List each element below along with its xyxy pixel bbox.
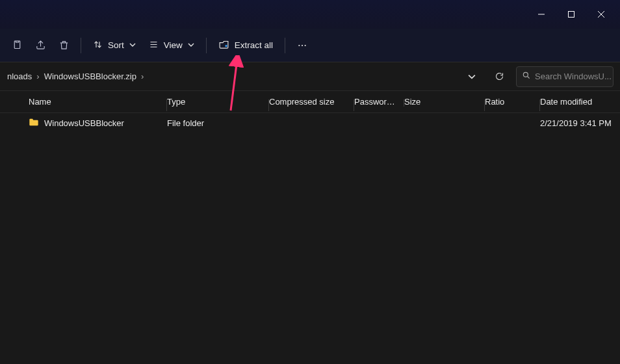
svg-point-3 [298,44,300,46]
toolbar: Sort View Extract all [0,29,620,62]
close-button[interactable] [586,4,616,25]
view-button[interactable]: View [142,34,201,57]
column-header-password[interactable]: Password ... [354,97,404,107]
breadcrumb-segment[interactable]: WindowsUSBBlocker.zip [42,72,138,81]
address-bar: nloads › WindowsUSBBlocker.zip › [0,62,620,91]
column-header-ratio[interactable]: Ratio [485,97,540,107]
column-headers: Name Type Compressed size Password ... S… [0,91,620,113]
toolbar-separator [206,38,207,53]
minimize-button[interactable] [526,4,556,25]
extract-all-button[interactable]: Extract all [212,34,279,57]
search-box[interactable] [516,66,614,87]
toolbar-separator [285,38,285,53]
extract-all-label: Extract all [235,40,273,50]
sort-button[interactable]: Sort [86,34,142,57]
extract-icon [218,39,229,52]
column-header-date-modified[interactable]: Date modified [540,97,620,107]
column-header-compressed-size[interactable]: Compressed size [269,97,354,107]
search-icon [522,71,531,82]
column-header-size[interactable]: Size [404,97,485,107]
svg-point-2 [225,45,227,47]
column-header-type[interactable]: Type [167,97,269,107]
file-type: File folder [167,118,269,128]
search-input[interactable] [535,72,620,81]
toolbar-separator [81,38,81,53]
chevron-right-icon: › [138,72,146,81]
file-date-modified: 2/21/2019 3:41 PM [540,118,620,128]
cut-icon[interactable] [5,34,29,57]
svg-point-5 [305,44,306,46]
recent-locations-button[interactable] [461,66,482,87]
chevron-down-icon [129,40,136,50]
svg-point-6 [523,72,528,77]
maximize-button[interactable] [556,4,586,25]
breadcrumb[interactable]: nloads › WindowsUSBBlocker.zip › [0,66,455,87]
svg-point-4 [302,44,303,46]
sort-icon [93,40,103,51]
refresh-button[interactable] [489,66,510,87]
column-header-name[interactable]: Name [29,97,167,107]
file-list: WindowsUSBBlocker File folder 2/21/2019 … [0,113,620,364]
sort-label: Sort [108,40,124,50]
chevron-right-icon: › [34,72,42,81]
file-name: WindowsUSBBlocker [44,118,124,128]
titlebar [0,0,620,29]
svg-rect-0 [569,12,575,18]
more-button[interactable] [291,34,314,57]
folder-icon [29,118,39,129]
delete-icon[interactable] [52,34,75,57]
view-icon [149,40,159,51]
share-icon[interactable] [29,34,52,57]
table-row[interactable]: WindowsUSBBlocker File folder 2/21/2019 … [17,113,620,133]
breadcrumb-segment[interactable]: nloads [5,72,34,81]
view-label: View [164,40,183,50]
chevron-down-icon [188,40,194,50]
